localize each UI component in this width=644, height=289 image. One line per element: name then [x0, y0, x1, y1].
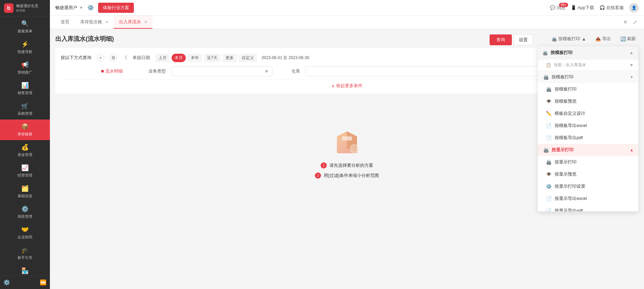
sidebar-item-label: 基础信息 — [18, 193, 32, 199]
date-range-display: 2023-06-01 至 2023-06-30 — [262, 55, 309, 61]
app-download-btn[interactable]: 📱 App下载 — [571, 5, 594, 11]
close-window-btn[interactable]: ✕ — [622, 18, 629, 27]
tab-home[interactable]: 首页 — [55, 16, 75, 29]
date-btn-last-month[interactable]: 上月 — [155, 54, 170, 62]
sidebar-item-collab[interactable]: 🤝 企业协同 — [0, 222, 50, 243]
display-preview-icon: 👁️ — [546, 172, 551, 177]
export-btn[interactable]: 📤 导出 — [593, 34, 614, 43]
display-export-excel-icon: 📄 — [546, 196, 551, 201]
empty-hint-2: 2 用[过滤]条件来缩小分析范围 — [315, 173, 379, 179]
display-preview-item[interactable]: 👁️ 按显示预览 — [538, 168, 638, 180]
purchase-icon: 🛒 — [21, 102, 29, 110]
flow-type-label: 流水明细 — [105, 68, 123, 74]
sidebar-item-quick-nav[interactable]: ⚡ 快捷导航 — [0, 37, 50, 58]
biz-type-value — [175, 68, 179, 74]
inventory-icon: 📦 — [21, 123, 29, 130]
sidebar-item-inventory[interactable]: 📦 库存核算 — [0, 120, 50, 140]
refresh-btn[interactable]: 🔄 刷新 — [618, 34, 639, 43]
filter-config-btn[interactable]: ⚙ — [110, 54, 117, 61]
tab-flow[interactable]: 出入库流水 × — [114, 16, 152, 29]
tab-batch-account[interactable]: 库存批次账 × — [75, 16, 114, 29]
dropdown-title: 按模板打印 — [551, 50, 630, 56]
print-btn[interactable]: 🖨️ 按模板打印 ▲ — [549, 34, 589, 43]
dropdown-main-header[interactable]: 🖨️ 按模板打印 ▲ — [538, 46, 638, 59]
topbar: 畅捷通用户 ▼ ⚙️ 体验行业方案 💬 消息 99+ 📱 App下载 🎧 在线客… — [50, 0, 644, 16]
template-export-excel-item[interactable]: 📄 按模板导出excel — [538, 120, 638, 132]
sidebar-item-apps[interactable]: 🏪 应用中心 — [0, 264, 50, 275]
settings-btn[interactable]: 设置 — [514, 34, 533, 45]
sidebar-item-search[interactable]: 🔍 搜索菜单 — [0, 17, 50, 37]
system-icon: ⚙️ — [21, 205, 29, 213]
message-btn[interactable]: 💬 消息 99+ — [550, 5, 565, 11]
sidebar-item-business[interactable]: 📈 经营管理 — [0, 161, 50, 181]
template-export-pdf-item[interactable]: 📄 按模板导出pdf — [538, 132, 638, 144]
collab-icon: 🤝 — [21, 226, 29, 233]
collapse-sidebar-icon[interactable]: ⏮️ — [40, 279, 47, 286]
marketing-icon: 📢 — [21, 61, 29, 69]
sidebar-item-system[interactable]: ⚙️ 系统管理 — [0, 202, 50, 222]
svg-rect-3 — [342, 136, 352, 140]
user-avatar[interactable]: 👤 — [629, 3, 639, 12]
display-export-pdf-item[interactable]: 📄 按显示导出pdf — [538, 205, 638, 211]
template-preview-item[interactable]: 👁️ 按模板预览 — [538, 95, 638, 107]
sidebar-bottom: ⚙️ ⏮️ — [0, 275, 50, 289]
display-printer-icon: 🖨️ — [543, 147, 549, 153]
finance-icon: 💰 — [21, 143, 29, 151]
biz-type-select[interactable]: ▼ — [171, 66, 272, 76]
tab-batch-account-close[interactable]: × — [106, 19, 108, 25]
sidebar-item-label: 库存核算 — [18, 132, 32, 137]
template-print-section-header[interactable]: 🖨️ 按模板打印 ▼ — [538, 71, 638, 83]
display-print-title: 按显示打印 — [552, 147, 630, 153]
date-btn-more[interactable]: 更多 — [223, 54, 237, 62]
template-custom-label: 模板自定义设计 — [555, 110, 585, 116]
template-custom-item[interactable]: ✏️ 模板自定义设计 — [538, 107, 638, 120]
display-print-settings-item[interactable]: ⚙️ 按显示打印设置 — [538, 180, 638, 192]
tabbar: 首页 库存批次账 × 出入库流水 × ✕ ⤢ — [50, 16, 644, 29]
template-print-item[interactable]: 🖨️ 按模板打印 — [538, 83, 638, 95]
collapse-btn-label: 收起更多条件 — [336, 83, 362, 89]
right-action-btns: 查询 设置 — [490, 34, 533, 45]
filter-collapse-icon[interactable]: 《 — [122, 55, 127, 61]
sidebar-item-finance[interactable]: 💰 资金管理 — [0, 140, 50, 161]
query-btn[interactable]: 查询 — [490, 34, 512, 45]
display-print-item[interactable]: 🖨️ 按显示打印 — [538, 156, 638, 168]
display-settings-icon: ⚙️ — [546, 184, 551, 189]
user-dropdown-arrow[interactable]: ▼ — [79, 5, 83, 10]
filter-add-btn[interactable]: + — [97, 54, 104, 61]
display-export-excel-item[interactable]: 📄 按显示导出excel — [538, 192, 638, 205]
app-download-label: App下载 — [578, 5, 594, 11]
display-print-label: 按显示打印 — [555, 159, 577, 165]
empty-hint-2-text: 用[过滤]条件来缩小分析范围 — [324, 173, 379, 179]
template-export-excel-label: 按模板导出excel — [555, 123, 587, 129]
date-btn-custom[interactable]: 自定义 — [239, 54, 257, 62]
topbar-gear-icon[interactable]: ⚙️ — [87, 4, 94, 11]
sidebar-item-guide[interactable]: 🎓 新手引导 — [0, 243, 50, 264]
date-btn-this-month[interactable]: 本月 — [172, 54, 186, 62]
empty-hint-1: 1 请先选择要分析的方案 — [321, 162, 373, 168]
user-area[interactable]: 畅捷通用户 ▼ — [55, 5, 83, 11]
user-name: 畅捷通用户 — [55, 5, 77, 11]
template-print-section: 🖨️ 按模板打印 ▼ 🖨️ 按模板打印 👁️ 按模板预览 — [538, 71, 638, 144]
display-preview-label: 按显示预览 — [555, 171, 577, 177]
sidebar-item-marketing[interactable]: 📢 营销推广 — [0, 58, 50, 78]
tab-flow-label: 出入库流水 — [119, 19, 141, 25]
flow-type-dot — [101, 70, 104, 73]
sidebar-item-basic[interactable]: 🗂️ 基础信息 — [0, 181, 50, 202]
sidebar-item-sales[interactable]: 📊 销售管理 — [0, 78, 50, 99]
app-logo: b 畅捷通好生意 标准版 — [0, 0, 50, 17]
settings-bottom-icon[interactable]: ⚙️ — [3, 279, 10, 286]
online-service-btn[interactable]: 🎧 在线客服 — [599, 5, 624, 11]
tab-flow-close[interactable]: × — [144, 19, 147, 25]
template-export-pdf-label: 按模板导出pdf — [555, 135, 583, 141]
trial-btn[interactable]: 体验行业方案 — [98, 3, 134, 13]
date-group: 上月 本月 本年 近7天 更多 自定义 2023-06-01 至 2023-06… — [155, 54, 544, 62]
display-print-section-header[interactable]: 🖨️ 按显示打印 ▲ — [538, 144, 638, 156]
date-btn-this-year[interactable]: 本年 — [188, 54, 202, 62]
maximize-window-btn[interactable]: ⤢ — [632, 18, 639, 27]
sidebar-item-purchase[interactable]: 🛒 采购管理 — [0, 99, 50, 120]
sidebar-item-label: 经营管理 — [18, 173, 32, 178]
app-download-icon: 📱 — [571, 5, 576, 10]
business-icon: 📈 — [21, 164, 29, 172]
collapse-btn[interactable]: ∧ 收起更多条件 — [331, 83, 362, 89]
date-btn-7days[interactable]: 近7天 — [204, 54, 221, 62]
